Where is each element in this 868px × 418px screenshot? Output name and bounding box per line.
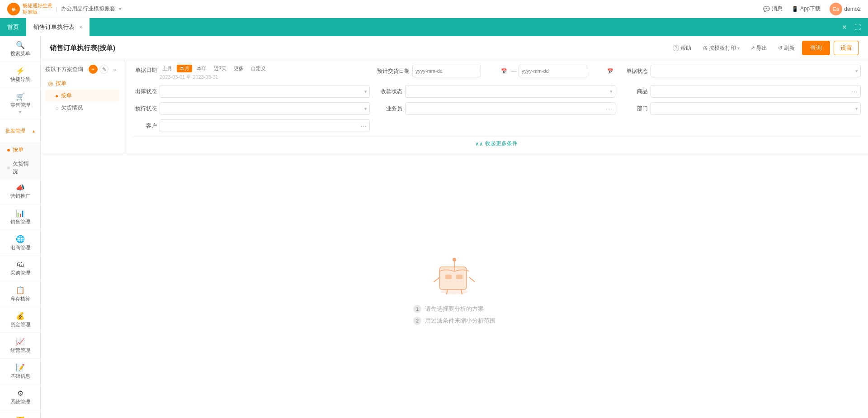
nav-item-quick-nav[interactable]: ⚡ 快捷导航 [0, 62, 40, 88]
tag-last-month[interactable]: 上月 [160, 65, 175, 72]
scheme-item-byorder[interactable]: ◎ 按单 [45, 77, 119, 90]
logo-area: 畅 畅捷通好生意 标准版 [7, 3, 52, 15]
collection-status-dropdown-icon[interactable]: ▾ [610, 89, 613, 95]
nav-item-finance[interactable]: 💰 资金管理 [0, 307, 40, 333]
nav-basic-info-label: 基础信息 [10, 373, 30, 380]
department-label: 部门 [623, 105, 648, 113]
order-status-dropdown-icon[interactable]: ▾ [855, 68, 858, 74]
refresh-button[interactable]: ↺ 刷新 [774, 43, 798, 54]
exec-status-dropdown-icon[interactable]: ▾ [364, 106, 367, 112]
expected-date-end[interactable] [519, 65, 587, 77]
delivery-status-wrap: ▾ [160, 85, 370, 98]
page-title-bar: 销售订单执行表(按单) ? 帮助 🖨 按模板打印 ▾ ↗ 导出 ↺ 刷新 [41, 36, 868, 60]
empty-hints: 1 请先选择要分析的方案 2 用过滤条件来缩小分析范围 [413, 305, 495, 325]
hint-num-1: 1 [413, 305, 421, 313]
goods-label: 商品 [623, 88, 648, 95]
retail-icon: 🛒 [16, 92, 25, 101]
setup-button[interactable]: 设置 [834, 41, 859, 55]
export-button[interactable]: ↗ 导出 [747, 43, 771, 54]
enterprise-icon: 🤝 [16, 415, 25, 418]
scheme-add-btn[interactable]: + [89, 65, 98, 74]
header-left: 畅 畅捷通好生意 标准版 | 办公用品行业模拟账套 ▾ [7, 3, 121, 15]
nav-sub-byorder[interactable]: 按单 [0, 143, 40, 157]
exec-status-label: 执行状态 [132, 105, 157, 113]
tag-last-7days[interactable]: 近7天 [211, 65, 229, 72]
customer-input[interactable] [160, 119, 370, 132]
nav-item-system[interactable]: ⚙ 系统管理 [0, 385, 40, 410]
template-print-label: 按模板打印 [709, 44, 736, 52]
nav-item-search[interactable]: 🔍 搜索菜单 [0, 36, 40, 62]
collection-status-wrap: ▾ [405, 85, 615, 98]
app-download-label: App下载 [800, 5, 821, 13]
breadcrumb-text: 办公用品行业模拟账套 [61, 5, 115, 13]
department-dropdown-icon[interactable]: ▾ [855, 106, 858, 112]
tab-maximize-icon[interactable]: ⛶ [853, 23, 863, 32]
expected-date-end-cal[interactable]: 📅 [607, 68, 613, 74]
breadcrumb-dropdown-icon[interactable]: ▾ [119, 6, 121, 11]
marketing-icon: 📣 [16, 183, 25, 192]
collection-status-input[interactable] [405, 85, 615, 98]
refresh-icon: ↺ [778, 45, 783, 51]
nav-sub-owe[interactable]: 欠货情况 [0, 157, 40, 179]
salesperson-input[interactable] [405, 102, 615, 115]
template-print-button[interactable]: 🖨 按模板打印 ▾ [698, 43, 743, 54]
template-print-dropdown-icon[interactable]: ▾ [737, 46, 740, 51]
collapse-more-btn[interactable]: ∧∧ 收起更多条件 [132, 137, 861, 148]
tag-this-year[interactable]: 本年 [194, 65, 209, 72]
user-area[interactable]: Ea demo2 [830, 3, 861, 15]
exec-status-input[interactable] [160, 102, 370, 115]
empty-state: 1 请先选择要分析的方案 2 用过滤条件来缩小分析范围 [413, 247, 495, 325]
nav-search-label: 搜索菜单 [10, 50, 30, 57]
scheme-panel: 按以下方案查询 + ✎ « ◎ 按单 ● 按单 [41, 60, 124, 153]
nav-item-sales-mgmt[interactable]: 📊 销售管理 [0, 204, 40, 230]
salesperson-dots-icon[interactable]: ··· [606, 105, 613, 112]
delivery-status-input[interactable] [160, 85, 370, 98]
scheme-sub-byorder-icon: ● [55, 93, 58, 99]
expected-start-wrap: 📅 [412, 65, 509, 77]
svg-point-2 [441, 289, 468, 294]
tag-this-month[interactable]: 本月 [177, 65, 192, 72]
expected-date-start[interactable] [412, 65, 481, 77]
system-icon: ⚙ [17, 389, 24, 398]
goods-dots-icon[interactable]: ··· [851, 88, 858, 95]
expected-date-start-cal[interactable]: 📅 [501, 68, 507, 74]
order-status-input[interactable] [651, 65, 861, 77]
tab-sales-order-exec[interactable]: 销售订单执行表 × [26, 18, 90, 36]
goods-input[interactable] [651, 85, 861, 98]
scheme-byorder-icon: ◎ [48, 80, 53, 87]
app-download-action[interactable]: 📱 App下载 [792, 5, 821, 13]
department-input[interactable] [651, 102, 861, 115]
scheme-sub-item-owe[interactable]: ○ 欠货情况 [45, 102, 119, 114]
svg-line-10 [469, 277, 475, 282]
owe-dot [7, 166, 10, 169]
nav-item-marketing[interactable]: 📣 营销推广 [0, 179, 40, 204]
tab-close-window-icon[interactable]: ✕ [840, 23, 849, 32]
customer-dots-icon[interactable]: ··· [360, 122, 367, 129]
nav-item-basic-info[interactable]: 📝 基础信息 [0, 359, 40, 385]
nav-item-inventory[interactable]: 📋 库存核算 [0, 281, 40, 307]
scheme-sub-item-byorder[interactable]: ● 按单 [45, 90, 119, 102]
expected-date-field: 预计交货日期 📅 — 📅 [377, 65, 615, 77]
nav-item-purchase[interactable]: 🛍 采购管理 [0, 256, 40, 281]
nav-item-operations[interactable]: 📈 经营管理 [0, 333, 40, 359]
nav-inventory-label: 库存核算 [10, 295, 30, 302]
nav-item-ecommerce[interactable]: 🌐 电商管理 [0, 230, 40, 256]
finance-icon: 💰 [16, 312, 25, 320]
scheme-collapse-btn[interactable]: « [110, 65, 119, 74]
nav-item-retail[interactable]: 🛒 零售管理 ▾ [0, 88, 40, 119]
order-status-label: 单据状态 [623, 67, 648, 75]
query-button[interactable]: 查询 [802, 41, 830, 55]
delivery-status-dropdown-icon[interactable]: ▾ [364, 89, 367, 95]
tab-home[interactable]: 首页 [0, 18, 26, 36]
ecommerce-icon: 🌐 [16, 235, 25, 243]
tag-custom[interactable]: 自定义 [248, 65, 269, 72]
help-button[interactable]: ? 帮助 [669, 43, 695, 54]
date-sep-1: — [511, 68, 517, 75]
tag-more[interactable]: 更多 [231, 65, 246, 72]
tab-close-icon[interactable]: × [79, 24, 82, 30]
nav-item-enterprise[interactable]: 🤝 企业协同 [0, 410, 40, 418]
collection-status-label: 收款状态 [377, 88, 402, 95]
nav-item-wholesale[interactable]: 批发管理 ▴ [0, 119, 40, 143]
message-action[interactable]: 💬 消息 [763, 5, 783, 13]
scheme-edit-btn[interactable]: ✎ [99, 65, 108, 74]
